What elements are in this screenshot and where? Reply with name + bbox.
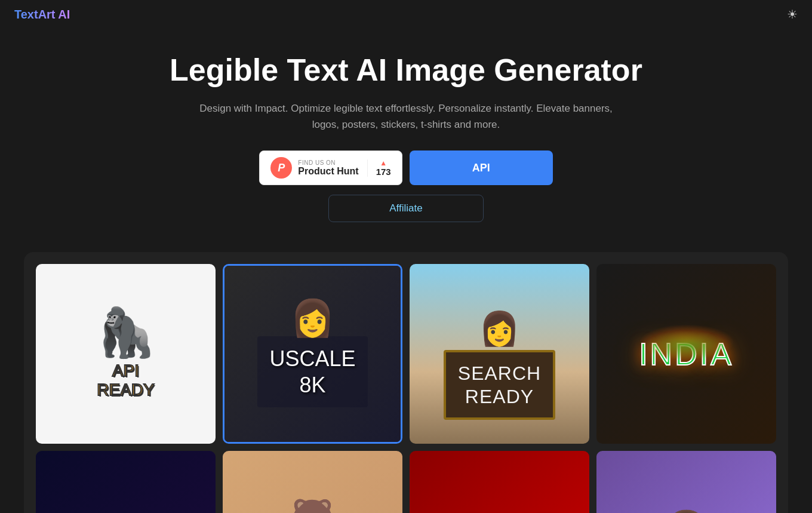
vote-count: 173 — [376, 167, 391, 177]
gallery-item-space[interactable]: 🧑‍🚀 I NEED MORE — [36, 451, 216, 513]
product-hunt-text: FIND US ON Product Hunt — [298, 159, 358, 177]
gallery-container: 🦍 APIREADY 👩 USCALE8K 👩 — [12, 252, 800, 513]
theme-toggle-button[interactable]: ☀ — [787, 7, 798, 21]
gallery-item-search[interactable]: 👩 SEARCHREADY — [410, 264, 589, 444]
api-button[interactable]: API — [410, 150, 553, 185]
cta-row: P FIND US ON Product Hunt ▲ 173 API — [12, 150, 800, 185]
gallery-item-deadpool[interactable]: WE WANT! 🦸 — [410, 451, 589, 513]
space-image: 🧑‍🚀 I NEED MORE — [36, 451, 216, 513]
gallery-item-gorilla[interactable]: 🦍 APIREADY — [36, 264, 216, 444]
logo[interactable]: TextArt AI — [14, 8, 70, 21]
gorilla-emoji: 🦍 — [96, 309, 156, 357]
deadpool-text: WE WANT! — [442, 509, 557, 513]
bear-image: 🐻 STAYCOOL — [223, 451, 402, 513]
product-hunt-button[interactable]: P FIND US ON Product Hunt ▲ 173 — [259, 150, 402, 185]
header: TextArt AI ☀ — [0, 0, 812, 29]
search-image: 👩 SEARCHREADY — [410, 264, 589, 444]
find-us-label: FIND US ON — [298, 159, 358, 166]
gallery-grid: 🦍 APIREADY 👩 USCALE8K 👩 — [36, 264, 776, 513]
uscale-image: 👩 USCALE8K — [224, 266, 401, 442]
upvote-arrow-icon: ▲ — [380, 159, 387, 167]
gorilla-text: APIREADY — [97, 361, 154, 400]
product-hunt-icon: P — [270, 157, 292, 179]
gallery-item-uscale[interactable]: 👩 USCALE8K — [223, 264, 402, 444]
product-hunt-name: Product Hunt — [298, 166, 358, 177]
hero-subtitle: Design with Impact. Optimize legible tex… — [197, 100, 615, 133]
hero-title: Legible Text AI Image Generator — [12, 53, 800, 88]
gallery-inner: 🦍 APIREADY 👩 USCALE8K 👩 — [24, 252, 788, 513]
gallery-item-india[interactable]: INDIA — [596, 264, 776, 444]
search-text: SEARCHREADY — [458, 362, 541, 408]
india-image: INDIA — [596, 264, 776, 444]
affiliate-button[interactable]: Affiliate — [328, 195, 484, 222]
blonde-image: 👧 VOTE — [596, 451, 776, 513]
deadpool-image: WE WANT! 🦸 — [410, 451, 589, 513]
gallery-item-blonde[interactable]: 👧 VOTE — [596, 451, 776, 513]
uscale-text: USCALE8K — [257, 336, 367, 407]
search-sign: SEARCHREADY — [444, 350, 555, 420]
hero-section: Legible Text AI Image Generator Design w… — [0, 29, 812, 252]
gorilla-image: 🦍 APIREADY — [36, 264, 216, 444]
affiliate-row: Affiliate — [12, 195, 800, 222]
gallery-item-bear[interactable]: 🐻 STAYCOOL — [223, 451, 402, 513]
product-hunt-votes: ▲ 173 — [367, 159, 391, 177]
